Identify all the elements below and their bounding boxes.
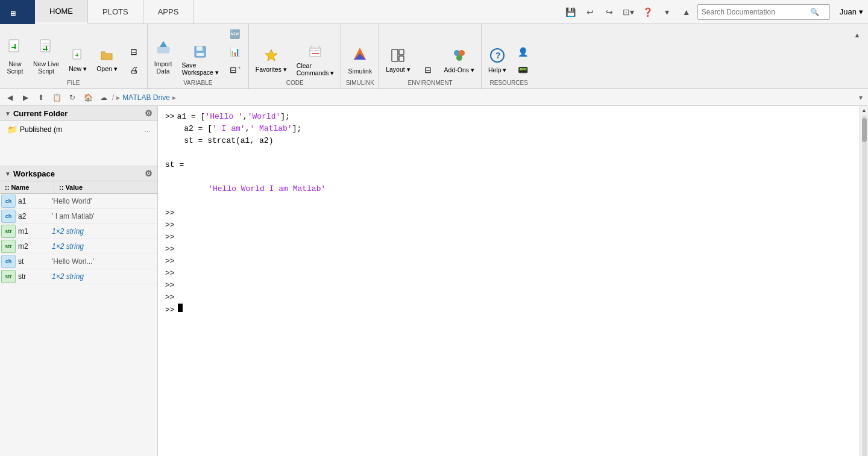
community-button[interactable]: 👤 [512, 43, 533, 60]
undo-btn[interactable]: ↩ [582, 4, 599, 20]
layout-top[interactable]: Layout ▾ [382, 42, 414, 78]
workspace-row-st[interactable]: ch st 'Hello Worl...' [0, 254, 157, 269]
favorites-button[interactable]: Favorites ▾ [251, 42, 291, 78]
svg-rect-20 [310, 48, 321, 57]
ribbon-group-simulink-content: Simulink [344, 25, 376, 78]
svg-rect-6 [42, 43, 49, 44]
workspace-arrow: ▼ [5, 170, 11, 177]
path-matlab-drive[interactable]: MATLAB Drive [122, 93, 169, 102]
cmd-result-text: 'Hello World I am Matlab' [165, 183, 326, 195]
vscroll-track[interactable] [862, 116, 867, 456]
ws-value-str: 1×2 string [52, 272, 157, 281]
new-live-script-button[interactable]: New LiveScript [29, 42, 63, 78]
add-ons-top[interactable]: Add-Ons ▾ [440, 42, 479, 78]
folder-item-published[interactable]: 📁 Published (m ... [5, 123, 153, 136]
new-variable-icon: 🆕 [230, 29, 240, 39]
tab-home[interactable]: HOME [35, 0, 88, 24]
new-button[interactable]: New ▾ [64, 42, 91, 78]
request-support-button[interactable]: 📟 [512, 61, 533, 78]
open-button[interactable]: Open ▾ [92, 42, 122, 78]
current-folder-settings[interactable]: ⚙ [145, 108, 153, 118]
ws-value-a1: 'Hello World' [52, 197, 157, 205]
workspace-row-m2[interactable]: str m2 1×2 string [0, 239, 157, 254]
prompt-3: >> [165, 219, 175, 231]
help-button[interactable]: ? Help ▾ [484, 42, 511, 78]
save-workspace-top[interactable]: SaveWorkspace ▾ [178, 42, 223, 78]
cloud-btn[interactable]: ☁ [96, 91, 111, 104]
add-ons-button[interactable]: Add-Ons ▾ [440, 42, 479, 78]
current-folder-title: Current Folder [13, 109, 68, 118]
folder-btn[interactable]: 🏠 [81, 91, 95, 104]
tab-plots[interactable]: PLOTS [88, 0, 143, 24]
favorites-top[interactable]: Favorites ▾ [251, 42, 291, 78]
new-variable-button[interactable]: 🆕 [224, 25, 246, 42]
svg-rect-10 [46, 46, 47, 51]
svg-rect-24 [312, 53, 319, 54]
open-variable-button[interactable]: 📊 [224, 43, 246, 60]
clear-commands-button[interactable]: ClearCommands ▾ [292, 42, 339, 78]
ribbon-group-code: Favorites ▾ [249, 24, 342, 89]
type-icon-m1: str [1, 225, 16, 238]
refresh-btn[interactable]: ↻ [65, 91, 80, 104]
redo-btn[interactable]: ↪ [601, 4, 618, 20]
command-window-outer: >> a1 = ['Hello ', 'World']; a2 = [' I a… [158, 106, 868, 456]
up-btn[interactable]: ⬆ [34, 91, 48, 104]
cmd-prompt-2: >> [165, 207, 852, 219]
clear-commands-top[interactable]: ClearCommands ▾ [292, 42, 339, 78]
import-data-button[interactable]: ImportData [150, 42, 177, 78]
workspace-row-str[interactable]: str str 1×2 string [0, 269, 157, 284]
workspace-section: ▼ Workspace ⚙ :: Name :: Value ch a1 'He… [0, 166, 157, 456]
tab-apps[interactable]: APPS [143, 0, 194, 24]
workspace-row-m1[interactable]: str m1 1×2 string [0, 224, 157, 239]
address-bar: ◀ ▶ ⬆ 📋 ↻ 🏠 ☁ / ▸ MATLAB Drive ▸ ▾ [0, 89, 868, 106]
ribbon-group-simulink: Simulink SIMULINK [341, 24, 379, 89]
command-window[interactable]: >> a1 = ['Hello ', 'World']; a2 = [' I a… [158, 106, 860, 456]
help-icon[interactable]: ❓ [640, 4, 656, 20]
print-button[interactable]: 🖨 [123, 61, 145, 78]
workspace-header[interactable]: ▼ Workspace ⚙ [0, 166, 157, 181]
cursor [178, 304, 183, 312]
path-dropdown[interactable]: ▾ [856, 91, 866, 104]
new-script-button[interactable]: NewScript [2, 42, 28, 78]
cmd-string-1b: 'World' [248, 111, 281, 123]
clear-workspace-icon: ⊟▾ [230, 65, 241, 75]
help-top[interactable]: ? Help ▾ [484, 42, 511, 78]
column-view-button[interactable]: ⊟ [417, 61, 439, 78]
type-icon-st: ch [1, 255, 16, 268]
back-btn[interactable]: ◀ [2, 91, 17, 104]
search-documentation-input[interactable] [702, 8, 810, 16]
browse-btn[interactable]: 📋 [49, 91, 64, 104]
clear-workspace-button[interactable]: ⊟▾ [224, 61, 246, 78]
forward-btn[interactable]: ▶ [18, 91, 33, 104]
community-icon: 👤 [518, 47, 528, 57]
folder-actions[interactable]: ... [145, 126, 150, 133]
user-menu[interactable]: Juan ▾ [835, 7, 868, 16]
folder-content: 📁 Published (m ... [0, 121, 157, 138]
cmd-prompt-active[interactable]: >> [165, 304, 852, 316]
ribbon-group-environment-content: Layout ▾ ⊟ [382, 25, 479, 78]
username: Juan [840, 7, 857, 16]
import-data-label: ImportData [154, 60, 172, 75]
toolbar-options[interactable]: ⊡▾ [620, 4, 637, 20]
open-top[interactable]: Open ▾ [92, 42, 122, 78]
vscroll-up[interactable]: ▲ [860, 106, 869, 114]
layout-button[interactable]: Layout ▾ [382, 42, 414, 78]
vscroll-thumb[interactable] [862, 118, 867, 142]
search-documentation[interactable]: 🔍 [697, 4, 830, 20]
new-top[interactable]: New ▾ [64, 42, 91, 78]
simulink-button[interactable]: Simulink [344, 42, 376, 78]
collapse-ribbon-btn[interactable]: ▲ [849, 27, 866, 43]
compare-button[interactable]: ⊟ [123, 43, 145, 60]
minimize-ribbon[interactable]: ▲ [678, 4, 695, 20]
cmd-prompt-8: >> [165, 280, 852, 292]
workspace-settings[interactable]: ⚙ [145, 169, 153, 178]
current-folder-header[interactable]: ▼ Current Folder ⚙ [0, 106, 157, 121]
prompt-9: >> [165, 292, 175, 304]
save-workspace-button[interactable]: SaveWorkspace ▾ [178, 42, 223, 78]
tabs: HOME PLOTS APPS [35, 0, 193, 24]
quick-access-save[interactable]: 💾 [562, 4, 579, 20]
settings-icon[interactable]: ▾ [659, 4, 676, 20]
prompt-1: >> [165, 111, 175, 123]
workspace-row-a2[interactable]: ch a2 ' I am Matlab' [0, 209, 157, 224]
workspace-row-a1[interactable]: ch a1 'Hello World' [0, 194, 157, 209]
